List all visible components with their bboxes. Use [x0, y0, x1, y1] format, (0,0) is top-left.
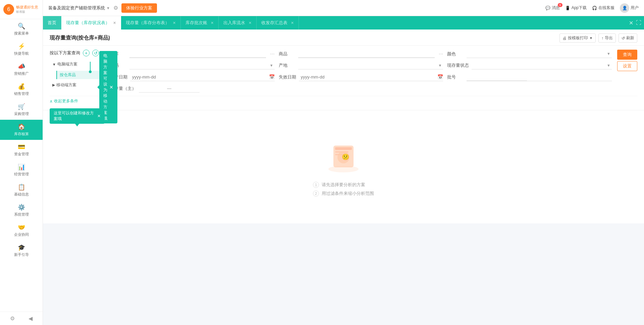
desktop-scheme-sub: 按仓库品 — [50, 71, 105, 79]
expire-date-input[interactable] — [299, 73, 438, 81]
sidebar-item-system[interactable]: ⚙️系统管理 — [0, 200, 43, 220]
tab-home[interactable]: 首页 — [43, 16, 61, 30]
filter-row-4: 现存量（主） — — [110, 85, 612, 93]
main-content: 装备及固定资产辅助管理系统 ▼ ⚙ 体验行业方案 💬 消息 9 📱 App下载 … — [43, 0, 644, 325]
prod-date-input[interactable] — [130, 73, 269, 81]
app-download-item[interactable]: 📱 App下载 — [565, 5, 587, 11]
sidebar-item-stock[interactable]: 🏠库存核算 — [0, 120, 43, 140]
sidebar-item-guide[interactable]: 🎓新手引导 — [0, 240, 43, 261]
tip-2-num: 2 — [313, 191, 319, 197]
search-buttons: 查询 设置 — [617, 50, 637, 71]
notification-item[interactable]: 💬 消息 9 — [545, 5, 560, 11]
stock-qty-max-input[interactable] — [173, 85, 200, 92]
batch-label: 批号 — [447, 74, 464, 80]
sidebar-label-system: 系统管理 — [14, 212, 29, 217]
sidebar-label-finance: 资金管理 — [14, 152, 29, 157]
color-label: 颜色 — [447, 51, 464, 57]
reset-button[interactable]: 设置 — [617, 61, 637, 71]
export-button[interactable]: ↑ 导出 — [598, 34, 616, 43]
close-tab-collect[interactable]: ✕ — [291, 21, 294, 25]
sidebar-item-management[interactable]: 📊经营管理 — [0, 160, 43, 180]
close-scheme-tooltip[interactable]: ✕ — [109, 85, 113, 90]
sidebar-label-management: 经营管理 — [14, 172, 29, 177]
svg-text:😕: 😕 — [342, 153, 350, 161]
sidebar-item-purchase[interactable]: 🛒采购管理 — [0, 100, 43, 120]
industry-plan-button[interactable]: 体验行业方案 — [121, 3, 157, 13]
warehouse-input[interactable] — [129, 50, 266, 58]
goods-input[interactable] — [298, 50, 435, 58]
online-support-item[interactable]: 🎧 在线客服 — [592, 5, 614, 11]
filter-batch: 批号 — [447, 73, 612, 81]
system-selector[interactable]: 装备及固定资产辅助管理系统 ▼ — [48, 5, 110, 11]
refresh-scheme-button[interactable]: ↺ — [92, 50, 99, 56]
user-item[interactable]: 👤 用户 — [620, 3, 639, 13]
sidebar-label-stock: 库存核算 — [14, 131, 29, 137]
tab-stock-status[interactable]: 现存量（库存状况表）✕ — [61, 16, 121, 30]
sidebar-item-marketing[interactable]: 📣营销推广 — [0, 59, 43, 79]
color-select[interactable] — [467, 50, 612, 58]
tab-label-home: 首页 — [48, 20, 56, 26]
close-tab-inout[interactable]: ✕ — [249, 21, 252, 25]
app-edition: 标准版 — [16, 10, 38, 14]
purchase-icon: 🛒 — [18, 103, 25, 110]
tip-2-text: 用过滤条件来缩小分析范围 — [322, 191, 374, 197]
sidebar-item-nav[interactable]: ⚡快捷导航 — [0, 39, 43, 59]
connector-dot — [89, 70, 92, 73]
header-settings-icon[interactable]: ⚙ — [113, 5, 118, 11]
close-edit-tooltip[interactable]: ✕ — [97, 114, 101, 118]
prod-date-calendar-icon[interactable]: 📅 — [269, 74, 275, 79]
close-tab-stock-dist[interactable]: ✕ — [173, 21, 176, 25]
goods-input-wrapper — [298, 50, 435, 58]
desktop-scheme-item[interactable]: 按仓库品 — [56, 71, 105, 79]
sidebar-item-enterprise[interactable]: 🤝企业协同 — [0, 220, 43, 240]
sidebar-item-finance[interactable]: 💳资金管理 — [0, 140, 43, 160]
origin-select[interactable] — [298, 61, 443, 69]
user-avatar: 👤 — [620, 3, 629, 13]
stock-status-select[interactable] — [472, 61, 612, 69]
desktop-scheme-toggle[interactable]: ▼ 电脑端方案 — [50, 60, 105, 69]
tab-collect[interactable]: 收发存汇总表✕ — [257, 16, 299, 30]
close-tab-stock-status[interactable]: ✕ — [113, 21, 116, 25]
print-button[interactable]: 🖨 按模板打印 ▼ — [559, 34, 596, 43]
tab-batch[interactable]: 库存批次账✕ — [181, 16, 219, 30]
page-content: 现存量查询(按仓库+商品) 🖨 按模板打印 ▼ ↑ 导出 ↺ 刷新 — [43, 30, 644, 325]
export-icon: ↑ — [601, 36, 603, 41]
collapse-label: 收起更多条件 — [54, 98, 78, 104]
mobile-scheme-toggle[interactable]: ▶ 移动端方案 — [50, 80, 105, 90]
user-label: 用户 — [631, 5, 639, 11]
close-tab-batch[interactable]: ✕ — [211, 21, 214, 25]
stock-qty-min-input[interactable] — [139, 85, 166, 92]
settings-icon[interactable]: ⚙ — [10, 315, 15, 322]
sidebar-footer: ⚙ ◀ — [0, 312, 43, 325]
expand-tabs-icon[interactable]: ⛶ — [636, 20, 641, 26]
refresh-button[interactable]: ↺ 刷新 — [619, 34, 637, 43]
batch-input[interactable] — [467, 73, 527, 81]
batch-input-wrapper — [467, 73, 612, 81]
desktop-scheme-label: 电脑端方案 — [57, 61, 77, 67]
sidebar: 6 畅捷通好生意 标准版 🔍搜索菜单⚡快捷导航📣营销推广💰销售管理🛒采购管理🏠库… — [0, 0, 43, 325]
size-select[interactable] — [129, 61, 275, 69]
content-inner: 现存量查询(按仓库+商品) 🖨 按模板打印 ▼ ↑ 导出 ↺ 刷新 — [43, 30, 644, 223]
tab-stock-dist[interactable]: 现存量（库存分布表）✕ — [121, 16, 181, 30]
add-scheme-button[interactable]: + — [83, 50, 90, 56]
warehouse-dots-icon[interactable]: ··· — [270, 51, 274, 57]
sidebar-label-nav: 快捷导航 — [14, 51, 29, 56]
query-button[interactable]: 查询 — [617, 50, 637, 60]
filter-origin: 产地 ▼ — [279, 61, 443, 69]
tab-inout[interactable]: 出入库流水✕ — [219, 16, 257, 30]
sidebar-item-sales[interactable]: 💰销售管理 — [0, 79, 43, 100]
sidebar-label-search: 搜索菜单 — [14, 31, 29, 36]
close-all-tabs-icon[interactable]: ✕ — [629, 20, 633, 26]
tab-label-stock-status: 现存量（库存状况表） — [66, 20, 110, 26]
filter-prod-date: 生产日期 📅 — [110, 73, 275, 81]
tip-1-num: 1 — [313, 182, 319, 188]
sidebar-item-basic[interactable]: 📋基础信息 — [0, 180, 43, 200]
goods-dots-icon[interactable]: ··· — [439, 51, 443, 57]
expire-date-calendar-icon[interactable]: 📅 — [437, 74, 443, 79]
collapse-sidebar-icon[interactable]: ◀ — [29, 315, 33, 322]
collapse-button[interactable]: ∧ 收起更多条件 — [50, 98, 637, 104]
filter-fields: 仓库 ··· 商品 ··· — [110, 50, 612, 95]
logo-icon: 6 — [3, 4, 14, 15]
app-name: 畅捷通好生意 — [16, 5, 38, 9]
sidebar-item-search[interactable]: 🔍搜索菜单 — [0, 19, 43, 39]
